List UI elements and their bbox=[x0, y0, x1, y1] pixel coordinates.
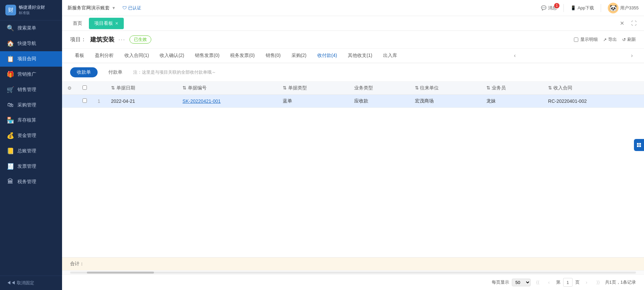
account-selector[interactable]: 新服务官网演示账套 ▼ bbox=[67, 5, 116, 11]
sub-nav-sales-invoice[interactable]: 销售发票(0) bbox=[190, 49, 224, 63]
first-page-button[interactable]: ⟨⟨ bbox=[533, 278, 542, 287]
receipts-table: ⚙ ⇅ 单据日期 ⇅ 单据编号 ⇅ 单据类型 bbox=[62, 82, 644, 108]
sub-nav-kanban[interactable]: 看板 bbox=[70, 49, 89, 63]
refresh-icon: ↺ bbox=[622, 37, 626, 42]
app-download-label: App下载 bbox=[578, 5, 594, 11]
per-page-dropdown[interactable]: 50 20 100 bbox=[512, 279, 531, 286]
col-biz-type: 业务类型 bbox=[349, 82, 410, 95]
scrollbar-thumb[interactable] bbox=[87, 272, 154, 274]
message-button[interactable]: 💬 消息 1 bbox=[541, 5, 557, 11]
invoice-icon: 🧾 bbox=[7, 163, 14, 170]
project-menu-icon[interactable]: ··· bbox=[118, 36, 125, 43]
quick-panel-icon bbox=[636, 142, 642, 148]
row-checkbox-cell[interactable] bbox=[77, 95, 92, 108]
nav-next-arrow[interactable]: › bbox=[628, 52, 636, 60]
header-divider-1 bbox=[564, 4, 564, 12]
sidebar-unpin[interactable]: ◀◀ 取消固定 bbox=[0, 276, 62, 290]
row-gear bbox=[62, 95, 77, 108]
shield-icon: 🛡 bbox=[122, 5, 127, 10]
col-salesperson[interactable]: ⇅ 业务员 bbox=[481, 82, 543, 95]
sidebar-label-purchase: 采购管理 bbox=[17, 102, 36, 108]
svg-rect-0 bbox=[637, 143, 639, 145]
top-header: 新服务官网演示账套 ▼ 🛡 已认证 💬 消息 1 📱 App下载 🐼 用户335… bbox=[62, 0, 644, 16]
col-income-contract[interactable]: ⇅ 收入合同 bbox=[543, 82, 644, 95]
tax-icon: 🏛 bbox=[7, 178, 14, 185]
close-window-button[interactable]: ✕ bbox=[617, 19, 627, 28]
pagination: 每页显示 50 20 100 ⟨⟨ ‹ 第 1 页 › ⟩⟩ 共1页，1条记录 bbox=[62, 274, 644, 290]
scrollbar-track[interactable] bbox=[70, 272, 636, 274]
payments-toggle[interactable]: 付款单 bbox=[102, 67, 129, 77]
sidebar-item-funds[interactable]: 💰 资金管理 bbox=[0, 128, 62, 143]
user-menu[interactable]: 🐼 用户3355 bbox=[608, 3, 639, 13]
per-page-select[interactable]: 50 20 100 bbox=[512, 279, 531, 286]
project-title: 建筑安装 bbox=[90, 35, 114, 44]
summary-label: 合计： bbox=[70, 261, 84, 267]
sidebar-item-ledger[interactable]: 📒 总账管理 bbox=[0, 143, 62, 159]
sidebar-item-search[interactable]: 🔍 搜索菜单 bbox=[0, 20, 62, 36]
col-partner[interactable]: ⇅ 往来单位 bbox=[410, 82, 481, 95]
svg-rect-3 bbox=[639, 145, 641, 147]
sub-nav-other-expense[interactable]: 其他收支(1) bbox=[343, 49, 377, 63]
sub-nav-profit[interactable]: 盈利分析 bbox=[90, 49, 118, 63]
tab-project-board[interactable]: 项目看板 ✕ bbox=[89, 18, 124, 29]
scrollbar-row[interactable] bbox=[62, 270, 644, 274]
sidebar-label-marketing: 营销推广 bbox=[17, 71, 36, 77]
sub-nav-tax-invoice[interactable]: 税务发票(0) bbox=[225, 49, 259, 63]
refresh-button[interactable]: ↺ 刷新 bbox=[622, 37, 636, 43]
tab-home[interactable]: 首页 bbox=[67, 18, 88, 29]
col-checkbox bbox=[77, 82, 92, 95]
sidebar-label-invoice: 发票管理 bbox=[17, 163, 36, 169]
sidebar-item-sales[interactable]: 🛒 销售管理 bbox=[0, 82, 62, 97]
sidebar-item-contract[interactable]: 📋 项目合同 bbox=[0, 51, 62, 67]
sub-nav-income-contract[interactable]: 收入合同(1) bbox=[120, 49, 154, 63]
sub-nav: 看板 盈利分析 收入合同(1) 收入确认(2) 销售发票(0) 税务发票(0) … bbox=[62, 49, 644, 63]
row-date: 2022-04-21 bbox=[106, 95, 177, 108]
export-icon: ↗ bbox=[603, 37, 607, 42]
sidebar-scroll: 🔍 搜索菜单 🏠 快捷导航 📋 项目合同 🎁 营销推广 🛒 销售管理 🛍 采购管… bbox=[0, 20, 62, 276]
tab-project-board-label: 项目看板 bbox=[94, 20, 113, 26]
last-page-button[interactable]: ⟩⟩ bbox=[594, 278, 602, 287]
home-icon: 🏠 bbox=[7, 40, 14, 47]
nav-prev-arrow[interactable]: ‹ bbox=[511, 52, 519, 60]
sub-nav-receipts[interactable]: 收付款(4) bbox=[313, 49, 342, 63]
table-row[interactable]: 1 2022-04-21 SK-20220421-001 蓝单 应收款 宏茂商场… bbox=[62, 95, 644, 108]
sidebar-item-marketing[interactable]: 🎁 营销推广 bbox=[0, 67, 62, 82]
sidebar-item-invoice[interactable]: 🧾 发票管理 bbox=[0, 159, 62, 174]
account-name: 新服务官网演示账套 bbox=[67, 5, 110, 11]
certified-text: 已认证 bbox=[128, 5, 141, 11]
maximize-window-button[interactable]: ⛶ bbox=[629, 19, 639, 28]
tab-close-icon[interactable]: ✕ bbox=[115, 21, 118, 26]
receipts-toggle[interactable]: 收款单 bbox=[70, 67, 98, 77]
sub-nav-income-confirm[interactable]: 收入确认(2) bbox=[155, 49, 189, 63]
row-checkbox[interactable] bbox=[83, 98, 87, 103]
sidebar-label-tax: 税务管理 bbox=[17, 179, 36, 185]
marketing-icon: 🎁 bbox=[7, 71, 14, 78]
col-gear[interactable]: ⚙ bbox=[62, 82, 77, 95]
sub-nav-in-out[interactable]: 出入库 bbox=[378, 49, 402, 63]
show-detail-checkbox[interactable]: 显示明细 bbox=[574, 37, 598, 43]
sub-nav-purchase[interactable]: 采购(2) bbox=[287, 49, 311, 63]
select-all-checkbox[interactable] bbox=[83, 85, 87, 90]
show-detail-input[interactable] bbox=[574, 38, 578, 42]
svg-rect-1 bbox=[639, 143, 641, 145]
row-doc-no[interactable]: SK-20220421-001 bbox=[177, 95, 277, 108]
message-icon: 💬 bbox=[541, 5, 546, 10]
quick-action-panel[interactable] bbox=[634, 139, 644, 151]
unpin-label: ◀◀ 取消固定 bbox=[7, 280, 34, 286]
col-doc-type[interactable]: ⇅ 单据类型 bbox=[277, 82, 349, 95]
tab-home-label: 首页 bbox=[73, 20, 82, 26]
sidebar-item-purchase[interactable]: 🛍 采购管理 bbox=[0, 97, 62, 113]
prev-page-button[interactable]: ‹ bbox=[545, 278, 553, 287]
export-button[interactable]: ↗ 导出 bbox=[603, 37, 617, 43]
toggle-note: 注：这里是与项目关联的全部收付款单哦～ bbox=[133, 69, 216, 75]
sidebar-item-inventory[interactable]: 🏪 库存核算 bbox=[0, 113, 62, 128]
sub-nav-sales[interactable]: 销售(0) bbox=[261, 49, 285, 63]
page-unit: 页 bbox=[575, 279, 580, 285]
col-date[interactable]: ⇅ 单据日期 bbox=[106, 82, 177, 95]
sidebar-item-quicknav[interactable]: 🏠 快捷导航 bbox=[0, 36, 62, 51]
sidebar-label-quicknav: 快捷导航 bbox=[17, 41, 36, 47]
next-page-button[interactable]: › bbox=[582, 278, 591, 287]
app-download-button[interactable]: 📱 App下载 bbox=[571, 5, 594, 11]
col-doc-no[interactable]: ⇅ 单据编号 bbox=[177, 82, 277, 95]
sidebar-item-tax[interactable]: 🏛 税务管理 bbox=[0, 174, 62, 189]
